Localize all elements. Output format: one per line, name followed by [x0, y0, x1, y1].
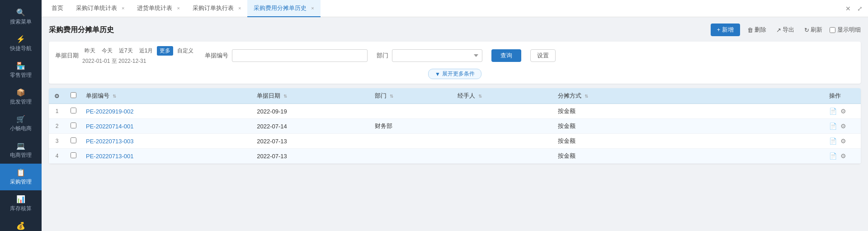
- tab-purchase-order-exec[interactable]: 采购订单执行表×: [186, 0, 247, 17]
- sidebar-item-search[interactable]: 🔍搜索菜单: [0, 4, 42, 30]
- cell-split-method-2: 按金额: [553, 134, 825, 149]
- query-button[interactable]: 查询: [491, 49, 521, 62]
- row-checkbox-3[interactable]: [71, 152, 76, 158]
- row-checkbox-1[interactable]: [71, 123, 76, 128]
- action-more-1[interactable]: ⚙: [840, 123, 846, 130]
- doc-num-link-3[interactable]: PE-20220713-001: [86, 153, 134, 160]
- sidebar-item-finance[interactable]: 💰资金管理: [0, 217, 42, 231]
- tab-label-home: 首页: [52, 4, 63, 12]
- table-row: 1 PE-20220919-002 2022-09-19 按金额 📄 ⚙: [49, 104, 861, 119]
- filter-row: 单据日期 昨天 今天 近7天 近1月 更多 自定义 2022-01-01 至 2…: [55, 46, 854, 65]
- doc-num-link-2[interactable]: PE-20220713-003: [86, 138, 134, 145]
- expand-chevron-icon: ▼: [435, 71, 440, 77]
- last1month-btn[interactable]: 近1月: [137, 46, 156, 56]
- today-btn[interactable]: 今天: [99, 46, 115, 56]
- filter-settings-button[interactable]: 设置: [530, 49, 556, 62]
- sidebar-item-inventory[interactable]: 📊库存核算: [0, 190, 42, 217]
- cell-checkbox-0: [65, 104, 81, 119]
- tab-purchase-order-stat[interactable]: 采购订单统计表×: [70, 0, 131, 17]
- doc-num-link-1[interactable]: PE-20220714-001: [86, 123, 134, 130]
- sidebar-icon-retail: 🏪: [16, 61, 25, 70]
- sidebar-item-wholesale[interactable]: 📦批发管理: [0, 84, 42, 110]
- cell-dept-0: [370, 104, 453, 119]
- sidebar-item-ecommerce[interactable]: 💻电商管理: [0, 137, 42, 164]
- date-filter-label: 单据日期: [55, 52, 79, 60]
- delete-icon: 🗑: [747, 27, 753, 33]
- tab-close-goods-in-stat[interactable]: ×: [177, 5, 179, 11]
- sidebar-label-inventory: 库存核算: [10, 205, 32, 212]
- date-options-col: 昨天 今天 近7天 近1月 更多 自定义 2022-01-01 至 2022-1…: [82, 46, 196, 65]
- col-doc-num[interactable]: 单据编号 ⇅: [81, 88, 252, 104]
- sidebar-icon-purchase: 📋: [16, 168, 25, 177]
- col-doc-date[interactable]: 单据日期 ⇅: [252, 88, 370, 104]
- cell-action-3: 📄 ⚙: [825, 149, 861, 164]
- tab-close-purchase-fee-split[interactable]: ×: [311, 5, 314, 11]
- action-view-1[interactable]: 📄: [829, 123, 837, 130]
- handler-sort-icon: ⇅: [478, 94, 482, 99]
- tab-close-purchase-order-stat[interactable]: ×: [122, 5, 124, 11]
- show-detail-checkbox-label[interactable]: 显示明细: [830, 26, 861, 34]
- custom-date-btn[interactable]: 自定义: [175, 46, 196, 56]
- export-button[interactable]: ↗ 导出: [774, 24, 797, 36]
- col-settings[interactable]: ⚙: [49, 88, 65, 104]
- cell-doc-date-2: 2022-07-13: [252, 134, 370, 149]
- action-view-0[interactable]: 📄: [829, 108, 837, 115]
- tab-home[interactable]: 首页: [45, 0, 70, 17]
- tab-label-purchase-order-stat: 采购订单统计表: [76, 4, 117, 12]
- settings-col-icon[interactable]: ⚙: [54, 93, 60, 99]
- tab-goods-in-stat[interactable]: 进货单统计表×: [131, 0, 186, 17]
- cell-action-2: 📄 ⚙: [825, 134, 861, 149]
- sidebar-label-purchase: 采购管理: [10, 178, 32, 186]
- cell-dept-1: 财务部: [370, 119, 453, 134]
- col-dept[interactable]: 部门 ⇅: [370, 88, 453, 104]
- sidebar-icon-mini-shop: 🛒: [16, 115, 25, 123]
- select-all-checkbox[interactable]: [71, 92, 76, 98]
- page-title: 采购费用分摊单历史: [49, 25, 114, 35]
- action-view-2[interactable]: 📄: [829, 137, 837, 145]
- action-more-3[interactable]: ⚙: [840, 152, 846, 160]
- cell-doc-num-1: PE-20220714-001: [81, 119, 252, 134]
- expand-conditions-btn[interactable]: ▼ 展开更多条件: [428, 69, 481, 79]
- row-checkbox-2[interactable]: [71, 137, 76, 143]
- tab-close-purchase-order-exec[interactable]: ×: [238, 5, 241, 11]
- doc-num-label: 单据编号: [205, 52, 228, 60]
- row-checkbox-0[interactable]: [71, 108, 76, 113]
- cell-handler-0: [453, 104, 553, 119]
- doc-num-input[interactable]: [232, 49, 368, 62]
- cell-dept-2: [370, 134, 453, 149]
- tab-purchase-fee-split[interactable]: 采购费用分摊单历史×: [247, 0, 320, 17]
- last7days-btn[interactable]: 近7天: [117, 46, 135, 56]
- sidebar-item-quick-nav[interactable]: ⚡快捷导航: [0, 30, 42, 57]
- sidebar-item-mini-shop[interactable]: 🛒小畅电商: [0, 110, 42, 137]
- doc-date-sort-icon: ⇅: [283, 94, 287, 99]
- more-date-btn[interactable]: 更多: [157, 46, 173, 56]
- sidebar-item-retail[interactable]: 🏪零售管理: [0, 57, 42, 84]
- sidebar-item-purchase[interactable]: 📋采购管理: [0, 164, 42, 190]
- yesterday-btn[interactable]: 昨天: [82, 46, 98, 56]
- cell-num-3: 4: [49, 149, 65, 164]
- export-icon: ↗: [776, 27, 781, 33]
- action-view-3[interactable]: 📄: [829, 152, 837, 160]
- action-more-0[interactable]: ⚙: [840, 108, 846, 115]
- col-split-method[interactable]: 分摊方式 ⇅: [553, 88, 825, 104]
- sidebar-icon-finance: 💰: [16, 222, 25, 230]
- action-more-2[interactable]: ⚙: [840, 137, 846, 145]
- data-table: ⚙ 单据编号 ⇅ 单据日期 ⇅: [49, 88, 861, 164]
- sidebar-icon-search: 🔍: [16, 8, 25, 17]
- dept-filter-group: 部门: [377, 49, 482, 62]
- doc-num-link-0[interactable]: PE-20220919-002: [86, 108, 134, 115]
- cell-split-method-3: 按金额: [553, 149, 825, 164]
- tab-bar: 首页采购订单统计表×进货单统计表×采购订单执行表×采购费用分摊单历史× ✕ ⤢: [42, 0, 868, 17]
- delete-button[interactable]: 🗑 删除: [745, 24, 769, 36]
- content-area: 采购费用分摊单历史 + 新增 🗑 删除 ↗ 导出 ↻ 刷新 显示明细: [42, 17, 868, 231]
- col-handler[interactable]: 经手人 ⇅: [453, 88, 553, 104]
- tab-close-all-btn[interactable]: ✕: [844, 4, 853, 13]
- dept-label: 部门: [377, 52, 388, 60]
- refresh-button[interactable]: ↻ 刷新: [802, 24, 825, 36]
- show-detail-checkbox[interactable]: [830, 27, 835, 33]
- sidebar-label-wholesale: 批发管理: [10, 98, 32, 106]
- tab-maximize-btn[interactable]: ⤢: [855, 4, 864, 13]
- dept-select[interactable]: [392, 49, 482, 62]
- add-button[interactable]: + 新增: [711, 24, 740, 36]
- filter-bar: 单据日期 昨天 今天 近7天 近1月 更多 自定义 2022-01-01 至 2…: [49, 42, 861, 84]
